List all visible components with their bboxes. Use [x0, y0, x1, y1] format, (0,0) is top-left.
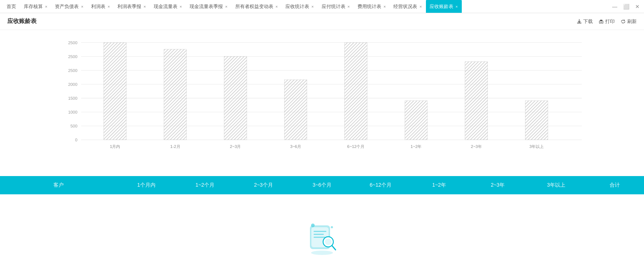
tab-cashflow-quarterly-label: 现金流量表季报 — [190, 3, 223, 10]
tab-home[interactable]: 首页 — [3, 0, 20, 13]
col-customer: 客户 — [0, 182, 117, 188]
empty-icon — [302, 216, 342, 256]
svg-text:2500: 2500 — [68, 54, 77, 59]
tab-equity-close[interactable]: × — [276, 4, 278, 9]
svg-text:3~6月: 3~6月 — [290, 144, 301, 149]
svg-text:0: 0 — [75, 138, 77, 142]
print-icon — [599, 19, 604, 24]
tab-profit-quarterly[interactable]: 利润表季报 × — [114, 0, 150, 13]
tab-cashflow-quarterly-close[interactable]: × — [225, 4, 227, 9]
tab-ar-aging-label: 应收账龄表 — [430, 3, 453, 10]
svg-text:1~2年: 1~2年 — [411, 144, 422, 149]
tab-payable-stat[interactable]: 应付统计表 × — [318, 0, 354, 13]
svg-text:500: 500 — [71, 124, 78, 128]
svg-point-47 — [331, 226, 333, 228]
tab-bar: 首页 库存核算 × 资产负债表 × 利润表 × 利润表季报 × 现金流量表 × … — [0, 0, 644, 13]
col-1-2month: 1~2个月 — [176, 182, 234, 188]
svg-rect-41 — [314, 234, 324, 235]
svg-text:1-2月: 1-2月 — [170, 144, 180, 149]
tab-equity[interactable]: 所有者权益变动表 × — [232, 0, 282, 13]
tab-cashflow-close[interactable]: × — [180, 4, 182, 9]
col-3-6month: 3~6个月 — [293, 182, 351, 188]
svg-rect-3 — [600, 22, 602, 23]
tab-profit-close[interactable]: × — [108, 4, 110, 9]
close-button[interactable]: ✕ — [634, 2, 641, 11]
print-button[interactable]: 打印 — [599, 18, 615, 25]
svg-point-37 — [311, 251, 333, 255]
download-icon — [577, 19, 582, 24]
svg-rect-40 — [314, 231, 326, 232]
svg-point-46 — [311, 224, 315, 227]
tab-inventory-label: 库存核算 — [24, 3, 43, 10]
tab-receivable-stat-label: 应收统计表 — [285, 3, 309, 10]
refresh-button[interactable]: 刷新 — [621, 18, 637, 25]
svg-rect-35 — [525, 101, 548, 140]
minimize-button[interactable]: — — [611, 2, 619, 11]
tab-ar-aging[interactable]: 应收账龄表 × — [426, 0, 462, 13]
tab-balance[interactable]: 资产负债表 × — [51, 0, 87, 13]
svg-rect-27 — [284, 80, 307, 140]
tab-profit-quarterly-close[interactable]: × — [143, 4, 146, 9]
svg-text:3年以上: 3年以上 — [529, 144, 544, 149]
col-2-3year: 2~3年 — [468, 182, 527, 188]
svg-text:2500: 2500 — [68, 68, 77, 73]
tab-profit-quarterly-label: 利润表季报 — [117, 3, 141, 10]
svg-text:2~3月: 2~3月 — [230, 144, 241, 149]
svg-text:2000: 2000 — [68, 82, 77, 87]
maximize-button[interactable]: ⬜ — [622, 2, 631, 11]
tab-operations-close[interactable]: × — [419, 4, 422, 9]
col-2-3month: 2~3个月 — [234, 182, 293, 188]
tab-payable-stat-close[interactable]: × — [348, 4, 350, 9]
tab-cashflow-label: 现金流量表 — [154, 3, 177, 10]
download-button[interactable]: 下载 — [577, 18, 593, 25]
svg-text:2~3年: 2~3年 — [471, 144, 482, 149]
svg-rect-33 — [465, 62, 488, 140]
tab-balance-label: 资产负债表 — [55, 3, 79, 10]
tab-inventory-close[interactable]: × — [45, 4, 47, 9]
svg-text:1月内: 1月内 — [110, 144, 120, 149]
tab-operations[interactable]: 经营状况表 × — [390, 0, 426, 13]
svg-rect-25 — [224, 56, 247, 140]
tab-expense-stat-label: 费用统计表 — [357, 3, 381, 10]
tab-balance-close[interactable]: × — [81, 4, 83, 9]
page-title: 应收账龄表 — [7, 18, 37, 25]
col-3plus-year: 3年以上 — [527, 182, 585, 188]
tab-operations-label: 经营状况表 — [393, 3, 417, 10]
tab-expense-stat-close[interactable]: × — [383, 4, 386, 9]
col-1month: 1个月内 — [117, 182, 176, 188]
col-6-12month: 6~12个月 — [351, 182, 410, 188]
table-header: 客户 1个月内 1~2个月 2~3个月 3~6个月 6~12个月 1~2年 2~… — [0, 176, 644, 194]
svg-text:2500: 2500 — [68, 41, 77, 45]
svg-text:1500: 1500 — [68, 96, 77, 100]
tab-payable-stat-label: 应付统计表 — [322, 3, 345, 10]
main-content: 2500 2500 2500 2000 1500 1000 500 0 — [0, 30, 644, 263]
tab-expense-stat[interactable]: 费用统计表 × — [354, 0, 390, 13]
download-label: 下载 — [583, 18, 593, 25]
tab-receivable-stat-close[interactable]: × — [311, 4, 314, 9]
svg-text:1000: 1000 — [68, 110, 77, 114]
tab-equity-label: 所有者权益变动表 — [235, 3, 273, 10]
col-total: 合计 — [585, 182, 644, 188]
svg-line-45 — [332, 245, 336, 250]
empty-state — [0, 194, 644, 263]
tab-receivable-stat[interactable]: 应收统计表 × — [282, 0, 318, 13]
refresh-label: 刷新 — [627, 18, 637, 25]
window-actions: — ⬜ ✕ — [611, 2, 641, 11]
svg-rect-31 — [405, 101, 427, 140]
refresh-icon — [621, 19, 626, 24]
tab-inventory[interactable]: 库存核算 × — [20, 0, 51, 13]
tab-home-label: 首页 — [7, 3, 16, 10]
svg-point-44 — [325, 239, 332, 245]
print-label: 打印 — [605, 18, 615, 25]
chart-container: 2500 2500 2500 2000 1500 1000 500 0 — [0, 30, 644, 176]
svg-rect-42 — [314, 237, 325, 238]
tab-cashflow[interactable]: 现金流量表 × — [150, 0, 186, 13]
svg-rect-2 — [600, 20, 602, 21]
tab-ar-aging-close[interactable]: × — [456, 4, 458, 9]
bar-chart: 2500 2500 2500 2000 1500 1000 500 0 — [7, 37, 637, 169]
tab-cashflow-quarterly[interactable]: 现金流量表季报 × — [186, 0, 231, 13]
tab-profit[interactable]: 利润表 × — [87, 0, 114, 13]
page-header: 应收账龄表 下载 打印 刷新 — [0, 13, 644, 30]
col-1-2year: 1~2年 — [410, 182, 468, 188]
tab-profit-label: 利润表 — [91, 3, 105, 10]
